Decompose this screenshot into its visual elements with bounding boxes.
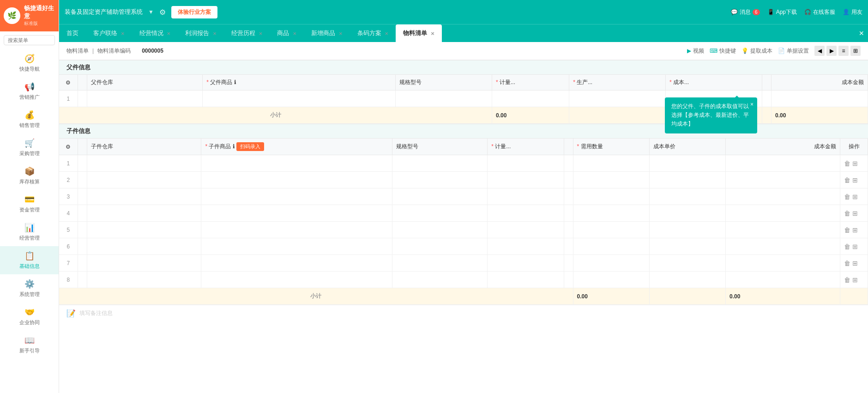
child-row-qty-0[interactable]: [573, 155, 649, 172]
parent-col-settings[interactable]: ⚙: [59, 75, 78, 91]
sidebar-item-collab[interactable]: 🤝 企业协同: [0, 302, 59, 331]
child-row-unit-price-0[interactable]: [649, 155, 725, 172]
child-row-unit-price-6[interactable]: [649, 255, 725, 272]
settings-icon[interactable]: ⚙: [159, 8, 166, 17]
child-row-qty-6[interactable]: [573, 255, 649, 272]
child-row-product-7[interactable]: [201, 272, 392, 288]
breadcrumb-list[interactable]: 物料清单: [66, 47, 89, 55]
child-row-unit-price-3[interactable]: [649, 205, 725, 222]
child-row-unit-price-4[interactable]: [649, 222, 725, 238]
nav-next-button[interactable]: ▶: [826, 46, 837, 56]
child-row-product-4[interactable]: [201, 222, 392, 238]
child-row-qty-3[interactable]: [573, 205, 649, 222]
child-row-warehouse-5[interactable]: [87, 238, 201, 255]
single-setting-button[interactable]: 📄 单据设置: [778, 47, 809, 55]
tab-close-all[interactable]: ✕: [859, 30, 868, 37]
shortcut-button[interactable]: ⌨ 快捷键: [710, 47, 736, 55]
child-row-product-1[interactable]: [201, 172, 392, 188]
tab-operation-close[interactable]: ×: [167, 30, 171, 37]
tab-newgoods[interactable]: 新增商品 ×: [304, 24, 350, 42]
child-row-spec-3[interactable]: [392, 205, 488, 222]
nav-menu-button[interactable]: ≡: [838, 46, 849, 56]
child-row-unit-4[interactable]: [488, 222, 564, 238]
tab-goods-close[interactable]: ×: [293, 30, 296, 37]
delete-icon-4[interactable]: 🗑: [844, 226, 850, 234]
tab-operation[interactable]: 经营情况 ×: [132, 24, 178, 42]
child-row-warehouse-3[interactable]: [87, 205, 201, 222]
tab-history[interactable]: 经营历程 ×: [224, 24, 270, 42]
sidebar-item-finance[interactable]: 💳 资金管理: [0, 190, 59, 218]
tab-home[interactable]: 首页: [59, 24, 86, 42]
sidebar-item-guide[interactable]: 📖 新手引导: [0, 331, 59, 359]
message-button[interactable]: 💬 消息 6: [731, 8, 760, 16]
copy-icon-4[interactable]: ⊞: [852, 226, 858, 234]
delete-icon-2[interactable]: 🗑: [844, 193, 850, 200]
delete-icon-1[interactable]: 🗑: [844, 176, 850, 184]
copy-icon-7[interactable]: ⊞: [852, 276, 858, 284]
child-row-spec-0[interactable]: [392, 155, 488, 172]
user-button[interactable]: 👤 用友: [843, 8, 862, 16]
tab-profit-close[interactable]: ×: [213, 30, 217, 37]
sidebar-item-system[interactable]: ⚙️ 系统管理: [0, 274, 59, 302]
delete-icon-5[interactable]: 🗑: [844, 243, 850, 250]
child-row-spec-1[interactable]: [392, 172, 488, 188]
child-row-unit-5[interactable]: [488, 238, 564, 255]
child-row-warehouse-0[interactable]: [87, 155, 201, 172]
child-row-unit-price-1[interactable]: [649, 172, 725, 188]
tab-bom[interactable]: 物料清单 ×: [396, 24, 442, 42]
tab-bom-close[interactable]: ×: [431, 30, 434, 37]
child-row-unit-price-5[interactable]: [649, 238, 725, 255]
child-row-product-5[interactable]: [201, 238, 392, 255]
view-button[interactable]: ▶ 视频: [687, 47, 704, 55]
tab-history-close[interactable]: ×: [259, 30, 263, 37]
child-row-warehouse-6[interactable]: [87, 255, 201, 272]
trial-button[interactable]: 体验行业方案: [171, 6, 217, 18]
tab-goods[interactable]: 商品 ×: [270, 24, 304, 42]
child-row-unit-2[interactable]: [488, 188, 564, 205]
tooltip-close-button[interactable]: ×: [750, 100, 753, 109]
extract-cost-button[interactable]: 💡 提取成本: [741, 47, 772, 55]
copy-icon-5[interactable]: ⊞: [852, 243, 858, 250]
parent-row-product[interactable]: [203, 91, 396, 107]
sidebar-item-purchase[interactable]: 🛒 采购管理: [0, 133, 59, 162]
child-row-spec-7[interactable]: [392, 272, 488, 288]
scan-button[interactable]: 扫码录入: [236, 142, 264, 151]
delete-icon-7[interactable]: 🗑: [844, 276, 850, 284]
child-row-spec-5[interactable]: [392, 238, 488, 255]
delete-icon-6[interactable]: 🗑: [844, 260, 850, 267]
sidebar-item-operation[interactable]: 📊 经营管理: [0, 218, 59, 246]
parent-row-unit[interactable]: [492, 91, 569, 107]
sidebar-item-basic[interactable]: 📋 基础信息: [0, 246, 59, 274]
tab-profit[interactable]: 利润报告 ×: [178, 24, 224, 42]
child-row-product-3[interactable]: [201, 205, 392, 222]
tab-customers-close[interactable]: ×: [121, 30, 125, 37]
note-placeholder[interactable]: 填写备注信息: [79, 309, 113, 317]
sidebar-item-sales[interactable]: 💰 销售管理: [0, 105, 59, 133]
delete-icon-3[interactable]: 🗑: [844, 210, 850, 217]
child-row-warehouse-2[interactable]: [87, 188, 201, 205]
copy-icon-6[interactable]: ⊞: [852, 260, 858, 267]
child-row-spec-4[interactable]: [392, 222, 488, 238]
copy-icon-1[interactable]: ⊞: [852, 176, 858, 184]
nav-grid-button[interactable]: ⊞: [850, 46, 861, 56]
system-dropdown-arrow[interactable]: ▼: [148, 9, 154, 15]
app-download-button[interactable]: 📱 App下载: [767, 8, 797, 16]
tab-barcode-close[interactable]: ×: [385, 30, 389, 37]
parent-row-spec[interactable]: [396, 91, 492, 107]
child-row-qty-7[interactable]: [573, 272, 649, 288]
child-row-unit-3[interactable]: [488, 205, 564, 222]
sidebar-item-quicknav[interactable]: 🧭 快捷导航: [0, 49, 59, 77]
child-row-product-0[interactable]: [201, 155, 392, 172]
child-row-spec-2[interactable]: [392, 188, 488, 205]
copy-icon-3[interactable]: ⊞: [852, 210, 858, 217]
tab-newgoods-close[interactable]: ×: [339, 30, 343, 37]
tab-customers[interactable]: 客户联络 ×: [86, 24, 132, 42]
child-row-unit-6[interactable]: [488, 255, 564, 272]
child-row-qty-5[interactable]: [573, 238, 649, 255]
child-row-warehouse-7[interactable]: [87, 272, 201, 288]
child-row-product-2[interactable]: [201, 188, 392, 205]
delete-icon-0[interactable]: 🗑: [844, 160, 850, 167]
child-row-unit-7[interactable]: [488, 272, 564, 288]
sidebar-item-inventory[interactable]: 📦 库存核算: [0, 162, 59, 190]
child-row-qty-1[interactable]: [573, 172, 649, 188]
